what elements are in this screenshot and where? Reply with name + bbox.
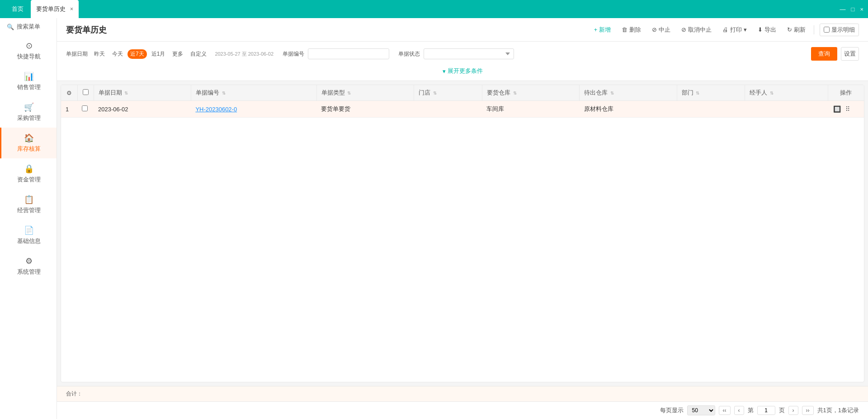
status-select[interactable] xyxy=(424,48,514,59)
row-view-button[interactable]: 🔲 xyxy=(832,105,842,114)
doc-no-label: 单据编号 xyxy=(283,50,304,58)
sidebar-item-label: 系统管理 xyxy=(17,268,41,276)
th-req-warehouse[interactable]: 要货仓库 ⇅ xyxy=(482,85,579,101)
th-handler[interactable]: 经手人 ⇅ xyxy=(745,85,828,101)
sort-pending-warehouse-icon[interactable]: ⇅ xyxy=(610,90,614,95)
sort-store-icon[interactable]: ⇅ xyxy=(433,90,437,95)
date-btn-more[interactable]: 更多 xyxy=(170,49,186,59)
operations-icon: 📋 xyxy=(24,195,34,205)
show-detail-label: 显示明细 xyxy=(831,26,855,34)
expand-icon: ▾ xyxy=(443,68,446,75)
sort-doc-type-icon[interactable]: ⇅ xyxy=(347,90,351,95)
row-actions: 🔲 ⠿ xyxy=(832,105,859,114)
td-dept xyxy=(677,101,745,118)
page-header: 要货单历史 + 新增 🗑 删除 ⊘ 中止 ⊘ 取消中止 🖨 打印 xyxy=(57,18,868,42)
row-checkbox[interactable] xyxy=(82,105,88,111)
show-detail-checkbox[interactable] xyxy=(824,27,830,33)
th-store[interactable]: 门店 ⇅ xyxy=(414,85,482,101)
sort-doc-no-icon[interactable]: ⇅ xyxy=(222,90,226,95)
system-icon: ⚙ xyxy=(25,256,33,266)
close-icon[interactable]: × xyxy=(860,6,863,13)
print-label: 打印 xyxy=(730,26,742,34)
next-page-button[interactable]: ›› xyxy=(802,406,814,415)
next-button[interactable]: › xyxy=(788,406,798,415)
tab-close-icon[interactable]: × xyxy=(70,6,73,12)
top-bar: 首页 要货单历史 × — □ × xyxy=(0,0,868,18)
main-layout: 🔍 搜索菜单 ⊙ 快捷导航 📊 销售管理 🛒 采购管理 🏠 库存核算 🔒 资金管… xyxy=(0,18,868,419)
expand-row: ▾ 展开更多条件 xyxy=(66,63,859,75)
date-btn-7days[interactable]: 近7天 xyxy=(127,49,147,59)
settings-button[interactable]: 设置 xyxy=(841,47,859,61)
stop-button[interactable]: ⊘ 中止 xyxy=(649,24,673,36)
sidebar-item-basic-info[interactable]: 📄 基础信息 xyxy=(0,220,57,251)
refresh-icon: ↻ xyxy=(787,26,792,33)
minimize-icon[interactable]: — xyxy=(840,6,846,13)
footer-total-label: 合计： xyxy=(66,390,82,398)
date-btn-today[interactable]: 今天 xyxy=(109,49,126,59)
sidebar-item-sales[interactable]: 📊 销售管理 xyxy=(0,66,57,97)
date-btn-yesterday[interactable]: 昨天 xyxy=(91,49,108,59)
sidebar-item-label: 快捷导航 xyxy=(17,52,41,61)
doc-no-link[interactable]: YH-20230602-0 xyxy=(195,106,237,113)
td-handler xyxy=(745,101,828,118)
td-store xyxy=(414,101,482,118)
delete-icon: 🗑 xyxy=(622,26,627,33)
th-doc-type[interactable]: 单据类型 ⇅ xyxy=(316,85,414,101)
cancel-stop-button[interactable]: ⊘ 取消中止 xyxy=(679,24,714,36)
maximize-icon[interactable]: □ xyxy=(851,6,855,13)
sidebar: 🔍 搜索菜单 ⊙ 快捷导航 📊 销售管理 🛒 采购管理 🏠 库存核算 🔒 资金管… xyxy=(0,18,57,419)
basic-info-icon: 📄 xyxy=(24,225,34,235)
inventory-icon: 🏠 xyxy=(24,133,34,143)
delete-button[interactable]: 🗑 删除 xyxy=(619,24,644,36)
toolbar-separator xyxy=(814,25,814,34)
select-all-checkbox[interactable] xyxy=(83,89,89,95)
gear-icon: ⚙ xyxy=(66,90,72,96)
tab-active[interactable]: 要货单历史 × xyxy=(31,0,79,18)
print-dropdown-icon: ▾ xyxy=(744,26,747,33)
sidebar-item-finance[interactable]: 🔒 资金管理 xyxy=(0,158,57,189)
sort-req-warehouse-icon[interactable]: ⇅ xyxy=(513,90,517,95)
add-button[interactable]: + 新增 xyxy=(591,24,613,36)
page-input[interactable] xyxy=(757,406,775,415)
prev-button[interactable]: ‹ xyxy=(734,406,744,415)
query-button[interactable]: 查询 xyxy=(811,47,837,61)
th-pending-warehouse[interactable]: 待出仓库 ⇅ xyxy=(580,85,677,101)
sidebar-item-system[interactable]: ⚙ 系统管理 xyxy=(0,251,57,281)
sidebar-item-quick-nav[interactable]: ⊙ 快捷导航 xyxy=(0,35,57,66)
sidebar-item-operations[interactable]: 📋 经营管理 xyxy=(0,189,57,220)
page-suffix: 页 xyxy=(779,406,785,414)
refresh-button[interactable]: ↻ 刷新 xyxy=(784,24,808,36)
td-doc-no: YH-20230602-0 xyxy=(191,101,316,118)
row-more-button[interactable]: ⠿ xyxy=(844,105,851,114)
date-btn-1month[interactable]: 近1月 xyxy=(149,49,168,59)
show-detail-button[interactable]: 显示明细 xyxy=(820,24,859,36)
prev-page-button[interactable]: ‹‹ xyxy=(719,406,731,415)
th-gear[interactable]: ⚙ xyxy=(61,85,77,101)
date-btn-custom[interactable]: 自定义 xyxy=(188,49,209,59)
quick-nav-icon: ⊙ xyxy=(26,41,33,51)
sidebar-item-inventory[interactable]: 🏠 库存核算 xyxy=(0,128,57,158)
th-dept[interactable]: 部门 ⇅ xyxy=(677,85,745,101)
th-doc-date[interactable]: 单据日期 ⇅ xyxy=(94,85,191,101)
tab-home[interactable]: 首页 xyxy=(5,0,31,18)
doc-no-input[interactable] xyxy=(308,48,389,59)
data-table: ⚙ 单据日期 ⇅ 单据编号 ⇅ xyxy=(61,85,864,118)
stop-icon: ⊘ xyxy=(652,26,657,33)
footer-bar: 合计： xyxy=(57,386,868,401)
sidebar-item-purchase[interactable]: 🛒 采购管理 xyxy=(0,97,57,128)
td-pending-warehouse: 原材料仓库 xyxy=(580,101,677,118)
table-row: 1 2023-06-02 YH-20230602-0 要货单要货 车间库 原材料… xyxy=(61,101,864,118)
expand-more-btn[interactable]: ▾ 展开更多条件 xyxy=(443,67,483,75)
page-size-select[interactable]: 50 xyxy=(687,405,715,415)
print-button[interactable]: 🖨 打印 ▾ xyxy=(720,24,750,36)
expand-label: 展开更多条件 xyxy=(448,67,483,75)
sort-handler-icon[interactable]: ⇅ xyxy=(770,90,774,95)
search-icon: 🔍 xyxy=(7,24,14,30)
refresh-label: 刷新 xyxy=(794,26,806,34)
sidebar-search[interactable]: 🔍 搜索菜单 xyxy=(0,18,57,35)
th-doc-no[interactable]: 单据编号 ⇅ xyxy=(191,85,316,101)
th-doc-date-label: 单据日期 xyxy=(99,89,122,96)
sort-doc-date-icon[interactable]: ⇅ xyxy=(124,90,128,95)
export-button[interactable]: ⬇ 导出 xyxy=(755,24,779,36)
sort-dept-icon[interactable]: ⇅ xyxy=(696,90,699,95)
